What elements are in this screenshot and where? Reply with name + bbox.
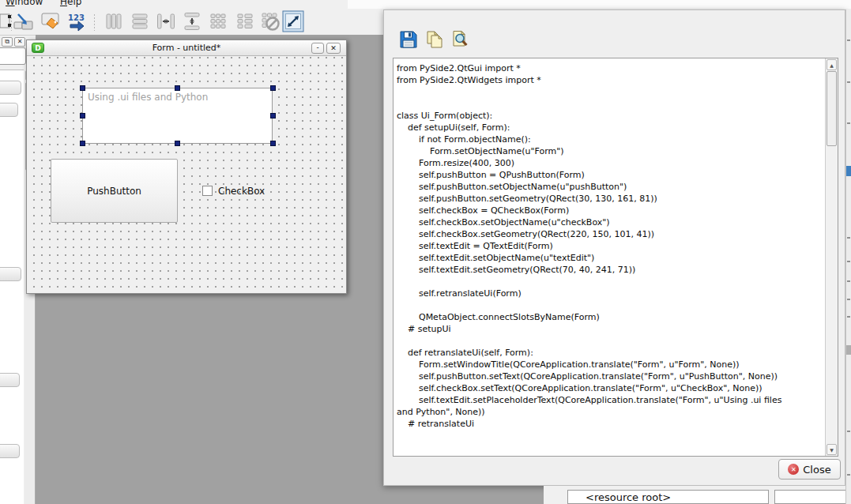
code-line: self.retranslateUi(Form) bbox=[397, 288, 823, 299]
text-fragment bbox=[847, 237, 850, 239]
text-fragment bbox=[847, 280, 850, 282]
form-window-titlebar[interactable]: D Form - untitled* - ✕ bbox=[27, 40, 346, 56]
text-fragment bbox=[847, 122, 850, 124]
check-box-widget[interactable]: CheckBox bbox=[201, 175, 281, 207]
selection-handle[interactable] bbox=[80, 85, 85, 91]
find-icon[interactable] bbox=[450, 30, 469, 49]
code-view[interactable]: from PySide2.QtGui import *from PySide2.… bbox=[393, 58, 838, 457]
adjust-size-icon[interactable] bbox=[282, 10, 304, 32]
toolbar-separator bbox=[93, 13, 96, 31]
form-designer-window[interactable]: D Form - untitled* - ✕ Using .ui files a… bbox=[26, 39, 347, 294]
code-line: self.pushButton = QPushButton(Form) bbox=[397, 169, 823, 181]
code-scrollbar[interactable]: ▲ ▼ bbox=[825, 58, 838, 456]
copy-icon[interactable] bbox=[425, 30, 444, 49]
code-line: self.textEdit.setGeometry(QRect(70, 40, … bbox=[397, 264, 823, 276]
checkbox-label: CheckBox bbox=[218, 186, 265, 197]
text-fragment bbox=[847, 299, 850, 300]
text-fragment bbox=[847, 261, 850, 262]
checkbox-indicator[interactable] bbox=[202, 186, 213, 196]
close-window-button[interactable]: ✕ bbox=[326, 43, 341, 54]
panel-float-button[interactable]: ⧉ bbox=[2, 37, 13, 47]
scroll-up-arrow[interactable]: ▲ bbox=[827, 59, 837, 70]
code-line: self.checkBox.setObjectName(u"checkBox") bbox=[397, 216, 823, 228]
panel-close-button[interactable]: ✕ bbox=[14, 37, 25, 47]
text-edit-widget[interactable]: Using .ui files and Python bbox=[82, 88, 273, 144]
code-line: def setupUi(self, Form): bbox=[397, 122, 823, 134]
layout-horizontal-splitter-icon[interactable] bbox=[155, 10, 177, 32]
widget-filter-input[interactable] bbox=[0, 47, 26, 65]
layout-vertical-icon[interactable] bbox=[129, 10, 151, 32]
selection-handle[interactable] bbox=[80, 141, 85, 146]
right-panel-sliver bbox=[845, 9, 851, 504]
code-line: from PySide2.QtWidgets import * bbox=[397, 74, 823, 86]
code-line: self.pushButton.setText(QCoreApplication… bbox=[397, 370, 823, 382]
close-circle-icon: ✕ bbox=[788, 464, 799, 475]
edit-signals-slots-icon[interactable] bbox=[13, 10, 35, 32]
code-line bbox=[397, 299, 823, 311]
selection-handle[interactable] bbox=[270, 85, 276, 91]
form-canvas[interactable]: Using .ui files and Python PushButton Ch… bbox=[27, 56, 346, 293]
break-layout-icon[interactable] bbox=[259, 10, 281, 32]
widget-category-header[interactable] bbox=[0, 103, 18, 117]
selected-row-fragment[interactable] bbox=[846, 166, 851, 176]
code-text[interactable]: from PySide2.QtGui import *from PySide2.… bbox=[397, 62, 823, 454]
layout-horizontal-icon[interactable] bbox=[103, 10, 125, 32]
selection-handle[interactable] bbox=[270, 113, 276, 118]
code-preview-dialog: from PySide2.QtGui import *from PySide2.… bbox=[383, 9, 845, 486]
close-dialog-button[interactable]: ✕ Close bbox=[778, 459, 841, 480]
edit-buddies-icon[interactable] bbox=[40, 10, 62, 32]
widget-category-header[interactable] bbox=[0, 444, 20, 458]
text-edit-placeholder: Using .ui files and Python bbox=[88, 92, 208, 103]
svg-text:123: 123 bbox=[68, 13, 85, 22]
selection-handle[interactable] bbox=[270, 141, 276, 146]
form-window-title: Form - untitled* bbox=[27, 43, 346, 53]
widget-category-header[interactable] bbox=[0, 81, 21, 95]
resource-root-label: <resource root> bbox=[586, 491, 671, 503]
push-button-widget[interactable]: PushButton bbox=[51, 159, 178, 223]
code-line: Form.setObjectName(u"Form") bbox=[397, 145, 823, 157]
code-line bbox=[397, 335, 823, 347]
code-line: self.textEdit.setPlaceholderText(QCoreAp… bbox=[397, 394, 823, 406]
selection-handle[interactable] bbox=[175, 141, 180, 146]
code-line: class Ui_Form(object): bbox=[397, 110, 823, 122]
code-line: # setupUi bbox=[397, 323, 823, 335]
resource-root-item[interactable]: <resource root> bbox=[567, 490, 769, 504]
code-line: self.checkBox.setText(QCoreApplication.t… bbox=[397, 382, 823, 394]
code-line bbox=[397, 276, 823, 288]
row-fragment bbox=[846, 345, 851, 355]
layout-form-icon[interactable] bbox=[234, 10, 256, 32]
code-line: if not Form.objectName(): bbox=[397, 134, 823, 145]
text-fragment bbox=[847, 474, 850, 476]
code-line bbox=[397, 98, 823, 110]
code-line: self.checkBox = QCheckBox(Form) bbox=[397, 205, 823, 216]
widget-category-header[interactable] bbox=[0, 373, 20, 387]
layout-grid-icon[interactable] bbox=[207, 10, 229, 32]
resource-preview-box[interactable] bbox=[774, 490, 851, 504]
selection-handle[interactable] bbox=[175, 85, 180, 91]
code-line: Form.resize(400, 300) bbox=[397, 157, 823, 169]
selection-handle[interactable] bbox=[80, 113, 85, 118]
code-line bbox=[397, 86, 823, 98]
scroll-thumb[interactable] bbox=[827, 71, 837, 146]
text-fragment bbox=[847, 81, 850, 83]
code-line: def retranslateUi(self, Form): bbox=[397, 347, 823, 359]
resource-browser-panel: <resource root> bbox=[544, 486, 851, 504]
code-line: Form.setWindowTitle(QCoreApplication.tra… bbox=[397, 359, 823, 370]
menu-help[interactable]: Help bbox=[60, 0, 81, 7]
code-line: from PySide2.QtGui import * bbox=[397, 62, 823, 74]
widget-list[interactable] bbox=[0, 70, 24, 504]
minimize-button[interactable]: - bbox=[311, 43, 324, 54]
code-line: # retranslateUi bbox=[397, 418, 823, 430]
code-line: self.pushButton.setGeometry(QRect(30, 13… bbox=[397, 193, 823, 205]
edit-tab-order-icon[interactable]: 123 bbox=[66, 10, 88, 32]
scroll-down-arrow[interactable]: ▼ bbox=[827, 444, 837, 455]
layout-vertical-splitter-icon[interactable] bbox=[181, 10, 203, 32]
code-line: self.pushButton.setObjectName(u"pushButt… bbox=[397, 181, 823, 193]
widget-category-header[interactable] bbox=[0, 267, 21, 281]
text-fragment bbox=[847, 431, 850, 432]
menu-window[interactable]: Window bbox=[6, 0, 43, 7]
code-line: and Python", None)) bbox=[397, 406, 823, 418]
close-button-label: Close bbox=[803, 464, 830, 476]
save-icon[interactable] bbox=[399, 30, 418, 49]
code-line: QMetaObject.connectSlotsByName(Form) bbox=[397, 311, 823, 323]
